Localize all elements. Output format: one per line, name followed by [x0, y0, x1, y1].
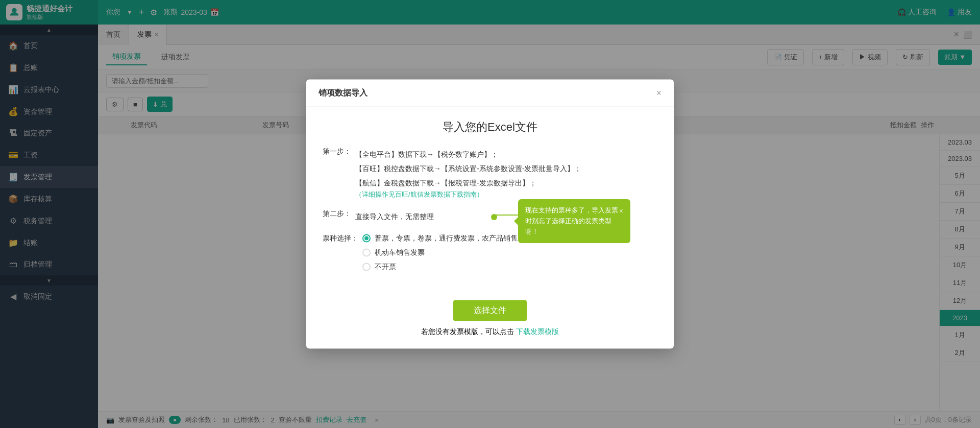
- modal-title: 销项数据导入: [318, 88, 368, 99]
- tooltip-arrow: [514, 217, 518, 225]
- radio-motor[interactable]: 机动车销售发票: [362, 248, 532, 257]
- step1-line3: 【航信】金税盘数据下载→【报税管理-发票数据导出】；: [355, 176, 581, 190]
- tooltip-bubble: × 现在支持的票种多了，导入发票时别忘了选择正确的发票类型呀！: [518, 199, 630, 243]
- tooltip-close-btn[interactable]: ×: [619, 205, 623, 217]
- step1-line1: 【全电平台】数据下载→【税务数字账户】；: [355, 147, 581, 161]
- radio-normal[interactable]: 普票，专票，卷票，通行费发票，农产品销售发票: [362, 234, 532, 243]
- tooltip-text: 现在支持的票种多了，导入发票时别忘了选择正确的发票类型呀！: [525, 206, 618, 235]
- modal-main-title: 导入您的Excel文件: [323, 120, 657, 135]
- step1-line2: 【百旺】税控盘数据下载→【系统设置-系统参数设置-发票批量导入】；: [355, 161, 581, 176]
- radio-motor-label: 机动车销售发票: [375, 248, 425, 257]
- radio-normal-label: 普票，专票，卷票，通行费发票，农产品销售发票: [375, 234, 532, 243]
- step1-guide-link[interactable]: （详细操作见百旺/航信发票数据下载指南）: [355, 191, 483, 198]
- footer-hint-text: 若您没有发票模版，可以点击: [421, 327, 514, 336]
- modal-close-btn[interactable]: ×: [656, 88, 662, 99]
- step1-label: 第一步：: [323, 147, 351, 199]
- radio-none-label: 不开票: [375, 263, 396, 272]
- modal-footer-hint-area: 若您没有发票模版，可以点击 下载发票模版: [421, 327, 559, 337]
- download-template-link[interactable]: 下载发票模版: [516, 327, 559, 336]
- radio-none[interactable]: 不开票: [362, 263, 532, 272]
- step2-label: 第二步：: [323, 209, 351, 224]
- select-file-btn[interactable]: 选择文件: [453, 300, 527, 321]
- radio-motor-circle: [362, 249, 371, 257]
- radio-normal-dot: [364, 236, 369, 241]
- modal-footer: 选择文件 若您没有发票模版，可以点击 下载发票模版: [306, 292, 674, 349]
- step2-content: 直接导入文件，无需整理: [351, 209, 434, 224]
- modal-header: 销项数据导入 ×: [306, 80, 674, 107]
- radio-none-circle: [362, 263, 371, 271]
- step1: 第一步： 【全电平台】数据下载→【税务数字账户】； 【百旺】税控盘数据下载→【系…: [323, 147, 657, 199]
- radio-label: 票种选择：: [323, 234, 358, 272]
- tooltip-connector-line: [494, 215, 520, 216]
- radio-normal-circle: [362, 234, 371, 243]
